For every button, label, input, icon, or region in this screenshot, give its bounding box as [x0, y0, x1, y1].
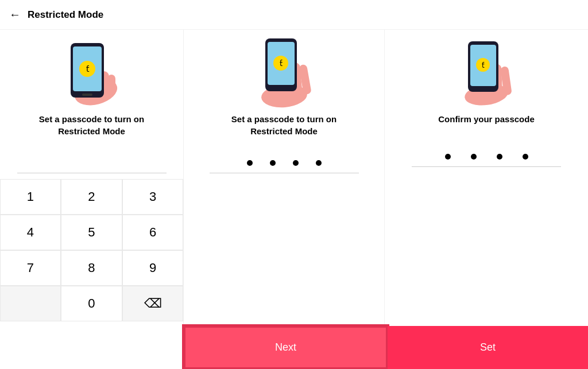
left-passcode-underline [17, 173, 167, 173]
svg-rect-3 [107, 75, 115, 95]
middle-dot-2 [270, 160, 276, 166]
right-panel-title: Confirm your passcode [427, 113, 546, 125]
numpad-key-3[interactable]: 3 [122, 179, 184, 215]
numpad-key-6[interactable]: 6 [122, 215, 184, 250]
middle-passcode-dots [247, 160, 322, 166]
bottom-buttons: Next Set [184, 326, 588, 369]
numpad-key-0[interactable]: 0 [61, 286, 122, 321]
right-passcode-underline [412, 166, 561, 167]
numpad-key-1[interactable]: 1 [0, 179, 61, 215]
page-title: Restricted Mode [28, 9, 103, 21]
phone-illustration-middle: ƭ [250, 36, 319, 110]
numpad-key-8[interactable]: 8 [61, 250, 122, 286]
middle-dot-1 [247, 160, 253, 166]
svg-text:ƭ: ƭ [481, 61, 484, 69]
svg-text:ƭ: ƭ [279, 59, 282, 68]
main-content: ƭ Set a passcode to turn onRestricted Mo… [0, 30, 588, 367]
middle-panel-title: Set a passcode to turn onRestricted Mode [220, 113, 348, 137]
numpad-key-5[interactable]: 5 [61, 215, 122, 250]
phone-illustration-right: ƭ [452, 36, 521, 110]
middle-dot-4 [316, 160, 322, 166]
left-panel-title: Set a passcode to turn onRestricted Mode [28, 113, 156, 137]
numpad-key-delete[interactable]: ⌫ [122, 286, 184, 321]
right-dot-2 [471, 154, 477, 160]
panel-middle: ƭ Set a passcode to turn onRestricted Mo… [184, 30, 385, 367]
numpad: 1 2 3 4 5 6 7 8 9 0 ⌫ [0, 179, 184, 321]
phone-illustration-left: ƭ [57, 36, 126, 110]
right-passcode-dots [445, 154, 528, 160]
set-button[interactable]: Set [388, 326, 588, 369]
svg-rect-8 [82, 94, 92, 96]
numpad-key-9[interactable]: 9 [122, 250, 184, 286]
next-button[interactable]: Next [184, 326, 388, 369]
right-dot-3 [497, 154, 502, 160]
numpad-key-4[interactable]: 4 [0, 215, 61, 250]
panel-left: ƭ Set a passcode to turn onRestricted Mo… [0, 30, 184, 367]
right-dot-4 [523, 154, 528, 160]
middle-dot-3 [293, 160, 299, 166]
panel-right: ƭ Confirm your passcode [385, 30, 588, 367]
numpad-key-empty [0, 286, 61, 321]
back-button[interactable]: ← [9, 8, 21, 21]
middle-passcode-underline [210, 173, 359, 173]
numpad-key-2[interactable]: 2 [61, 179, 122, 215]
numpad-key-7[interactable]: 7 [0, 250, 61, 286]
header: ← Restricted Mode [0, 0, 588, 30]
right-dot-1 [445, 154, 451, 160]
